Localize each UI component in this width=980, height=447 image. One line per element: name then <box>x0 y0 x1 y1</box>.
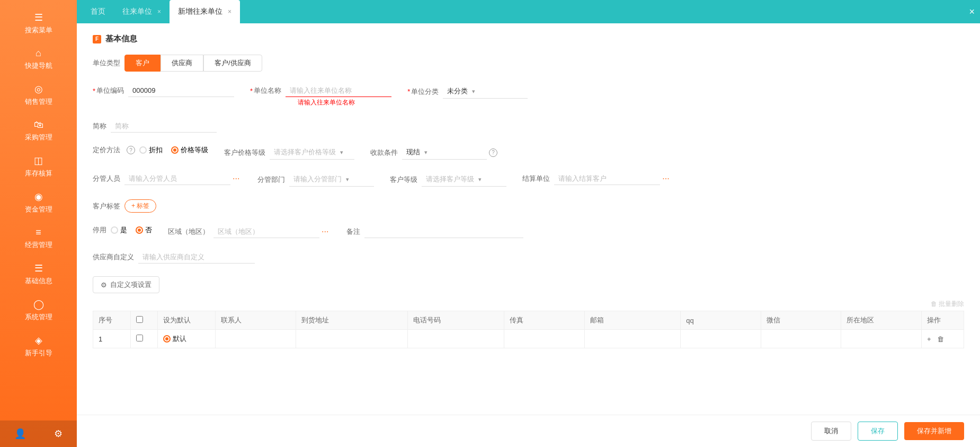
sidebar-label-guide: 新手引导 <box>25 348 52 358</box>
sidebar-item-system[interactable]: ◯ 系统管理 <box>0 292 77 328</box>
default-radio-item[interactable]: 默认 <box>163 334 210 344</box>
customer-price-level-chevron: ▾ <box>340 149 343 156</box>
unit-type-customer-btn[interactable]: 客户 <box>124 55 161 72</box>
cancel-button[interactable]: 取消 <box>811 422 851 441</box>
customer-level-select[interactable]: 请选择客户等级 ▾ <box>422 172 506 187</box>
save-button[interactable]: 保存 <box>858 422 898 441</box>
unit-category-select[interactable]: 未分类 ▾ <box>443 84 528 99</box>
cell-default: 默认 <box>157 330 216 348</box>
disabled-yes-radio[interactable]: 是 <box>111 225 127 235</box>
manager-input[interactable] <box>124 172 230 185</box>
email-input[interactable] <box>590 335 643 343</box>
settings-bottom-icon[interactable]: ⚙ <box>54 428 63 440</box>
customer-tag-row: 客户标签 + 标签 <box>93 199 964 217</box>
payment-terms-help-icon[interactable]: ? <box>489 148 497 157</box>
wechat-input[interactable] <box>767 335 809 343</box>
area-label: 区域（地区） <box>168 227 209 236</box>
sidebar-item-basics[interactable]: ☰ 基础信息 <box>0 256 77 292</box>
th-fax: 传真 <box>504 311 585 330</box>
sidebar-item-purchase[interactable]: 🛍 采购管理 <box>0 113 77 148</box>
batch-delete-icon: 🗑 <box>931 300 937 308</box>
customer-level-label: 客户等级 <box>390 175 417 185</box>
contact-input[interactable] <box>221 335 263 343</box>
address-input[interactable] <box>301 335 365 343</box>
action-bar: 取消 保存 保存并新增 <box>77 415 980 447</box>
unit-code-input[interactable] <box>128 84 234 97</box>
sidebar-item-quick-nav[interactable]: ⌂ 快捷导航 <box>0 41 77 77</box>
pricing-level-radio[interactable]: 价格等级 <box>171 145 208 155</box>
unit-type-both-btn[interactable]: 客户/供应商 <box>203 55 262 72</box>
disabled-no-radio[interactable]: 否 <box>136 225 152 235</box>
sidebar-item-guide[interactable]: ◈ 新手引导 <box>0 328 77 364</box>
dept-select[interactable]: 请输入分管部门 ▾ <box>289 172 374 187</box>
customer-tag-label: 客户标签 <box>93 201 120 211</box>
sidebar-label-operations: 经营管理 <box>25 240 52 250</box>
payment-terms-select[interactable]: 现结 ▾ <box>402 145 487 160</box>
guide-icon: ◈ <box>35 335 42 346</box>
select-all-checkbox[interactable] <box>136 316 143 323</box>
sidebar-item-search[interactable]: ☰ 搜索菜单 <box>0 5 77 41</box>
area-input[interactable] <box>213 225 319 238</box>
customer-price-level-label: 客户价格等级 <box>224 148 265 157</box>
user-icon[interactable]: 👤 <box>14 428 26 440</box>
th-email: 邮箱 <box>584 311 681 330</box>
sidebar-item-finance[interactable]: ◉ 资金管理 <box>0 185 77 221</box>
disabled-yes-label: 是 <box>120 225 127 235</box>
table-header-row: 序号 设为默认 联系人 到货地址 电话号码 传真 邮箱 qq 微信 所在地区 操… <box>93 311 964 330</box>
sales-icon: ◎ <box>34 83 43 95</box>
row-add-icon[interactable]: + <box>927 335 931 343</box>
sidebar: ☰ 搜索菜单 ⌂ 快捷导航 ◎ 销售管理 🛍 采购管理 ◫ 库存核算 ◉ 资金管… <box>0 0 77 447</box>
remark-label: 备注 <box>346 227 360 236</box>
cell-checkbox <box>130 330 157 348</box>
manager-dots-btn[interactable]: ··· <box>230 174 242 183</box>
pricing-discount-label: 折扣 <box>149 145 163 155</box>
pricing-help-icon[interactable]: ? <box>127 146 135 154</box>
sidebar-item-inventory[interactable]: ◫ 库存核算 <box>0 148 77 185</box>
row-checkbox[interactable] <box>136 335 143 341</box>
fax-input[interactable] <box>510 335 552 343</box>
tab-partners[interactable]: 往来单位 × <box>114 0 170 23</box>
tab-bar: 首页 往来单位 × 新增往来单位 × × <box>77 0 980 23</box>
default-radio-circle <box>163 335 171 343</box>
th-phone: 电话号码 <box>408 311 504 330</box>
add-tag-btn[interactable]: + 标签 <box>124 199 156 213</box>
row-delete-icon[interactable]: 🗑 <box>937 335 944 343</box>
batch-delete-label[interactable]: 批量删除 <box>939 300 964 308</box>
table-row: 1 默认 <box>93 330 964 348</box>
payment-terms-chevron: ▾ <box>424 149 427 156</box>
cell-fax <box>504 330 585 348</box>
custom-settings-btn[interactable]: ⚙ 自定义项设置 <box>93 276 159 293</box>
pricing-level-label: 价格等级 <box>181 145 208 155</box>
cell-address <box>296 330 408 348</box>
pricing-discount-circle <box>139 146 147 154</box>
sidebar-item-operations[interactable]: ≡ 经营管理 <box>0 221 77 256</box>
pricing-radio-group: 折扣 价格等级 <box>139 145 208 155</box>
unit-name-input[interactable] <box>286 84 391 97</box>
phone-input[interactable] <box>413 335 466 343</box>
settlement-unit-dots-btn[interactable]: ··· <box>660 174 671 183</box>
tab-home[interactable]: 首页 <box>82 0 114 23</box>
tab-new-partner-close[interactable]: × <box>228 8 231 15</box>
unit-code-label: 单位编码 <box>96 86 124 95</box>
abbr-input[interactable] <box>111 120 217 133</box>
save-and-new-button[interactable]: 保存并新增 <box>904 422 964 440</box>
th-qq: qq <box>681 311 761 330</box>
settlement-unit-input[interactable] <box>554 172 660 185</box>
qq-input[interactable] <box>686 335 728 343</box>
area-dots-btn[interactable]: ··· <box>319 227 331 236</box>
section-icon: F <box>93 35 101 43</box>
disabled-no-label: 否 <box>145 225 152 235</box>
remark-input[interactable] <box>364 225 523 238</box>
supplier-custom-input[interactable] <box>138 251 255 264</box>
tab-new-partner[interactable]: 新增往来单位 × <box>170 0 240 23</box>
window-close-icon[interactable]: × <box>969 6 975 17</box>
customer-price-level-select[interactable]: 请选择客户价格等级 ▾ <box>270 145 354 160</box>
sidebar-item-sales[interactable]: ◎ 销售管理 <box>0 77 77 113</box>
tab-partners-close[interactable]: × <box>157 8 161 15</box>
disabled-yes-circle <box>111 226 118 234</box>
region-input[interactable] <box>847 335 889 343</box>
pricing-discount-radio[interactable]: 折扣 <box>139 145 163 155</box>
disabled-area-remark-row: 停用 是 否 区域（地区） <box>93 225 964 242</box>
unit-type-supplier-btn[interactable]: 供应商 <box>161 55 203 72</box>
disabled-group: 停用 是 否 <box>93 225 152 235</box>
